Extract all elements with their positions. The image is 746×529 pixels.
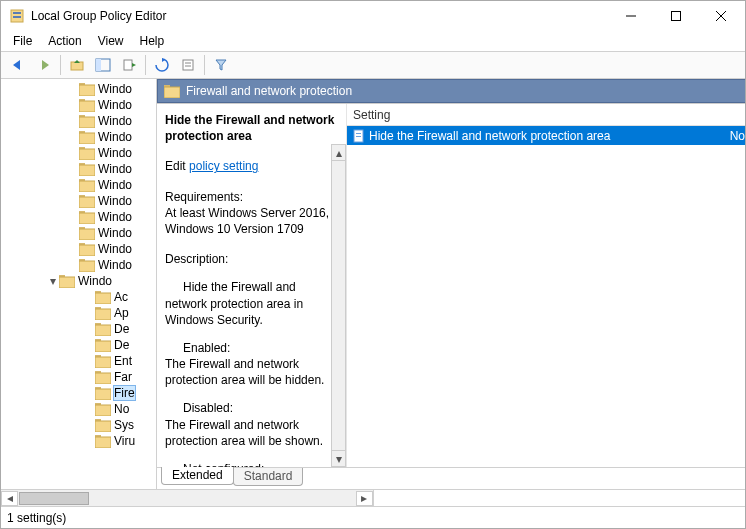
tree-item-label: Windo [98, 194, 132, 208]
row-setting-state: No [730, 129, 745, 143]
tree-item[interactable]: Ap [1, 305, 156, 321]
svg-rect-64 [356, 136, 361, 137]
svg-rect-25 [79, 165, 95, 176]
tree-item-label: Viru [114, 434, 135, 448]
properties-button[interactable] [176, 53, 200, 77]
tree-item[interactable]: Ent [1, 353, 156, 369]
back-button[interactable] [6, 53, 30, 77]
tree-item[interactable]: Windo [1, 209, 156, 225]
svg-rect-29 [79, 197, 95, 208]
tree-item[interactable]: No [1, 401, 156, 417]
folder-icon [79, 115, 95, 128]
svg-rect-15 [79, 85, 95, 96]
menu-help[interactable]: Help [132, 32, 173, 50]
scroll-down-icon[interactable]: ▾ [332, 450, 345, 466]
tree-item-label: Windo [98, 226, 132, 240]
tree-item[interactable]: Windo [1, 193, 156, 209]
scroll-right-icon[interactable]: ▸ [356, 491, 373, 506]
tab-standard[interactable]: Standard [233, 468, 304, 486]
folder-icon [59, 275, 75, 288]
tree-item-label: Windo [98, 98, 132, 112]
svg-rect-23 [79, 149, 95, 160]
folder-icon [79, 83, 95, 96]
tree-item-label: De [114, 338, 129, 352]
tree-item[interactable]: Windo [1, 145, 156, 161]
menu-view[interactable]: View [90, 32, 132, 50]
list-row[interactable]: Hide the Firewall and network protection… [347, 126, 745, 145]
svg-rect-31 [79, 213, 95, 224]
scroll-thumb[interactable] [19, 492, 89, 505]
folder-icon [95, 339, 111, 352]
filter-button[interactable] [209, 53, 233, 77]
folder-icon [79, 259, 95, 272]
folder-icon [95, 307, 111, 320]
tree-item[interactable]: De [1, 337, 156, 353]
svg-rect-57 [95, 421, 111, 432]
up-button[interactable] [65, 53, 89, 77]
tree-item[interactable]: Windo [1, 113, 156, 129]
tree-h-scrollbar[interactable]: ◂ ▸ [1, 490, 374, 506]
maximize-button[interactable] [653, 2, 698, 30]
svg-rect-63 [356, 133, 361, 134]
svg-rect-11 [183, 60, 193, 70]
tree-item[interactable]: Far [1, 369, 156, 385]
policy-setting-link[interactable]: policy setting [189, 159, 258, 173]
tree-item[interactable]: Windo [1, 97, 156, 113]
svg-rect-41 [95, 293, 111, 304]
tree-item[interactable]: Windo [1, 257, 156, 273]
svg-rect-10 [124, 60, 132, 70]
toolbar-separator [60, 55, 61, 75]
forward-button[interactable] [32, 53, 56, 77]
tree-item[interactable]: Windo [1, 161, 156, 177]
description-scrollbar[interactable]: ▴ ▾ [331, 144, 346, 467]
tree-item[interactable]: Windo [1, 177, 156, 193]
settings-list: Setting Hide the Firewall and network pr… [347, 104, 745, 467]
tree-item[interactable]: Windo [1, 129, 156, 145]
svg-rect-61 [164, 87, 180, 98]
enabled-label: Enabled: [165, 340, 340, 356]
svg-rect-51 [95, 373, 111, 384]
tree-item[interactable]: De [1, 321, 156, 337]
toolbar [1, 51, 745, 79]
show-hide-tree-button[interactable] [91, 53, 115, 77]
toolbar-separator [204, 55, 205, 75]
tree-item-label: Fire [114, 386, 135, 400]
refresh-button[interactable] [150, 53, 174, 77]
close-button[interactable] [698, 2, 743, 30]
scroll-filler [374, 490, 746, 506]
scroll-up-icon[interactable]: ▴ [332, 145, 345, 161]
tree-item[interactable]: Windo [1, 225, 156, 241]
tree-item[interactable]: Ac [1, 289, 156, 305]
tree-item-label: Windo [98, 114, 132, 128]
folder-icon [95, 403, 111, 416]
tree-item[interactable]: Windo [1, 81, 156, 97]
folder-icon [95, 387, 111, 400]
policy-icon [352, 129, 366, 143]
expand-icon[interactable]: ▾ [47, 274, 59, 288]
tree-pane[interactable]: WindoWindoWindoWindoWindoWindoWindoWindo… [1, 79, 157, 489]
disabled-text: The Firewall and network protection area… [165, 417, 340, 449]
svg-rect-2 [13, 16, 21, 18]
tree-item-label: Windo [98, 178, 132, 192]
folder-icon [79, 195, 95, 208]
tab-extended[interactable]: Extended [161, 467, 234, 485]
menu-action[interactable]: Action [40, 32, 89, 50]
export-button[interactable] [117, 53, 141, 77]
tree-item-label: Ac [114, 290, 128, 304]
svg-rect-55 [95, 405, 111, 416]
folder-icon [164, 85, 180, 98]
folder-icon [79, 163, 95, 176]
minimize-button[interactable] [608, 2, 653, 30]
tree-item[interactable]: Sys [1, 417, 156, 433]
tree-item[interactable]: Viru [1, 433, 156, 449]
menu-file[interactable]: File [5, 32, 40, 50]
folder-icon [95, 291, 111, 304]
tree-item-label: De [114, 322, 129, 336]
column-setting[interactable]: Setting [353, 108, 390, 122]
description-pane: Hide the Firewall and network protection… [157, 104, 347, 467]
list-header[interactable]: Setting [347, 104, 745, 126]
tree-item[interactable]: Fire [1, 385, 156, 401]
scroll-left-icon[interactable]: ◂ [1, 491, 18, 506]
tree-item[interactable]: ▾Windo [1, 273, 156, 289]
tree-item[interactable]: Windo [1, 241, 156, 257]
